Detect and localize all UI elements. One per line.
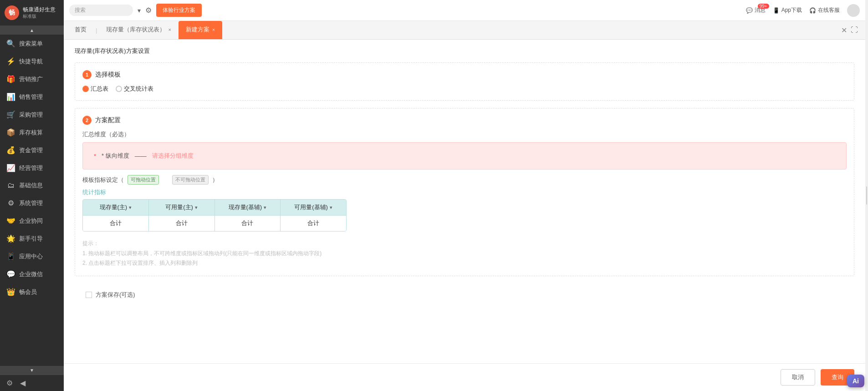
required-mark: *	[94, 153, 96, 159]
sidebar-scroll-down[interactable]: ▼	[0, 366, 64, 375]
stats-table: 现存量(主) ▾ 可用量(主) ▾ 现存量(基辅) ▾ 可用量(基辅)	[82, 199, 347, 232]
sidebar-item-search[interactable]: 🔍 搜索菜单	[0, 35, 64, 52]
stats-col-2-header[interactable]: 可用量(主) ▾	[149, 200, 215, 215]
sidebar-item-basic-info[interactable]: 🗂 基础信息	[0, 177, 64, 194]
new-guide-icon: 🌟	[6, 234, 15, 243]
page-title: 现存量(库存状况表)方案设置	[75, 47, 854, 55]
sidebar-item-app-center[interactable]: 📱 应用中心	[0, 247, 64, 265]
sidebar-item-finance[interactable]: 💰 资金管理	[0, 141, 64, 159]
dimension-box[interactable]: * * 纵向维度 —— 请选择分组维度	[82, 142, 847, 170]
radio-cross-input[interactable]	[116, 86, 122, 92]
sidebar-item-sales[interactable]: 📊 销售管理	[0, 88, 64, 106]
sidebar-item-inventory[interactable]: 📦 库存核算	[0, 123, 64, 141]
sidebar-footer: ⚙ ◀	[0, 375, 64, 391]
stats-col-1-header[interactable]: 现存量(主) ▾	[83, 200, 149, 215]
system-icon: ⚙	[6, 199, 15, 207]
save-label: 方案保存(可选)	[96, 291, 135, 299]
sidebar-nav: 🔍 搜索菜单 ⚡ 快捷导航 🎁 营销推广 📊 销售管理 🛒 采购管理 📦 库存核…	[0, 35, 64, 366]
dim-hint[interactable]: 请选择分组维度	[152, 152, 194, 160]
panel-minimize-button[interactable]: ✕	[841, 26, 847, 35]
tabbar: 首页 | 现存量（库存状况表） × 新建方案 × ✕ ⛶	[64, 21, 865, 40]
sidebar-item-new-guide[interactable]: 🌟 新手引导	[0, 230, 64, 247]
message-icon: 💬	[746, 7, 753, 14]
template-radio-group: 汇总表 交叉统计表	[82, 85, 847, 93]
online-service-button[interactable]: 🎧 在线客服	[809, 6, 840, 14]
stats-cell-1-3: 合计	[215, 216, 281, 231]
sidebar-header: 畅 畅康通好生意 标准版	[0, 0, 64, 26]
stats-col-3-header[interactable]: 现存量(基辅) ▾	[215, 200, 281, 215]
main-area: 搜索 ▾ ⚙ 体验行业方案 💬 消息 99+ 📱 App下载 🎧 在线客服 首	[64, 0, 865, 391]
panel-expand-button[interactable]: ⛶	[851, 26, 858, 35]
inventory-icon: 📦	[6, 128, 15, 137]
resize-handle[interactable]	[865, 0, 868, 391]
save-section: 方案保存(可选)	[75, 283, 854, 306]
vertical-dim-label: * 纵向维度	[102, 152, 129, 160]
topbar: 搜索 ▾ ⚙ 体验行业方案 💬 消息 99+ 📱 App下载 🎧 在线客服	[64, 0, 865, 21]
dim-separator: ——	[135, 153, 147, 159]
sidebar-scroll-up[interactable]: ▲	[0, 26, 64, 35]
sidebar-item-purchase[interactable]: 🛒 采购管理	[0, 106, 64, 123]
stats-cell-1-2: 合计	[149, 216, 215, 231]
operations-icon: 📈	[6, 164, 15, 172]
sidebar-item-quick-nav[interactable]: ⚡ 快捷导航	[0, 52, 64, 70]
tab-new-scheme[interactable]: 新建方案 ×	[179, 21, 222, 39]
app-logo: 畅	[5, 5, 19, 20]
chevron-1-icon: ▾	[129, 205, 132, 211]
topbar-dropdown-icon[interactable]: ▾	[138, 7, 141, 14]
ai-badge[interactable]: Ai	[847, 375, 864, 387]
app-title: 畅康通好生意 标准版	[23, 6, 56, 20]
download-icon: 📱	[773, 7, 780, 14]
sidebar-item-member[interactable]: 👑 畅会员	[0, 283, 64, 301]
sales-icon: 📊	[6, 93, 15, 101]
topbar-gear-icon[interactable]: ⚙	[145, 6, 152, 15]
tab-close-new-scheme[interactable]: ×	[212, 27, 215, 32]
sidebar: 畅 畅康通好生意 标准版 ▲ 🔍 搜索菜单 ⚡ 快捷导航 🎁 营销推广 📊 销售…	[0, 0, 64, 391]
radio-cross[interactable]: 交叉统计表	[116, 85, 153, 93]
sidebar-item-marketing[interactable]: 🎁 营销推广	[0, 70, 64, 88]
enterprise-icon: 🤝	[6, 216, 15, 225]
tip-2: 2. 点击标题栏下拉可设置排序、插入列和删除列	[82, 258, 847, 268]
stats-data-row-1: 合计 合计 合计 合计	[83, 215, 346, 231]
user-avatar[interactable]	[847, 4, 860, 17]
radio-summary-input[interactable]	[82, 86, 89, 92]
radio-summary[interactable]: 汇总表	[82, 85, 108, 93]
quick-nav-icon: ⚡	[6, 57, 15, 66]
message-button[interactable]: 💬 消息 99+	[746, 6, 766, 14]
app-download-button[interactable]: 📱 App下载	[773, 6, 802, 14]
tips-title: 提示：	[82, 239, 847, 249]
page-content: 现存量(库存状况表)方案设置 1 选择模板 汇总表 交叉统计表	[64, 40, 865, 363]
sidebar-item-wechat[interactable]: 💬 企业微信	[0, 265, 64, 283]
topbar-search-box: 搜索	[69, 5, 133, 16]
section2-title: 方案配置	[95, 116, 121, 124]
section1-header: 1 选择模板	[82, 70, 847, 79]
action-bar: 取消 查询	[64, 363, 865, 391]
tab-inventory-status[interactable]: 现存量（库存状况表） ×	[99, 21, 178, 39]
tab-close-inventory[interactable]: ×	[168, 27, 171, 32]
search-icon: 🔍	[6, 39, 15, 48]
marketing-icon: 🎁	[6, 75, 15, 83]
tips-box: 提示： 1. 拖动标题栏可以调整布局，不可跨维度或指标区域拖动列(只能在同一维度…	[82, 239, 847, 268]
stats-header-row: 现存量(主) ▾ 可用量(主) ▾ 现存量(基辅) ▾ 可用量(基辅)	[83, 200, 346, 215]
finance-icon: 💰	[6, 146, 15, 154]
movable-tag: 可拖动位置	[128, 175, 159, 185]
cancel-button[interactable]: 取消	[781, 369, 815, 386]
save-checkbox[interactable]	[86, 292, 92, 298]
section1-number: 1	[82, 70, 92, 79]
sidebar-item-operations[interactable]: 📈 经营管理	[0, 159, 64, 177]
tab-home[interactable]: 首页	[67, 21, 94, 39]
settings-icon[interactable]: ⚙	[6, 379, 13, 387]
app-center-icon: 📱	[6, 252, 15, 261]
topbar-right: 💬 消息 99+ 📱 App下载 🎧 在线客服	[746, 4, 860, 17]
sidebar-item-system[interactable]: ⚙ 系统管理	[0, 194, 64, 212]
headset-icon: 🎧	[809, 7, 816, 14]
wechat-icon: 💬	[6, 270, 15, 278]
sidebar-item-enterprise[interactable]: 🤝 企业协同	[0, 212, 64, 230]
section2-header: 2 方案配置	[82, 116, 847, 125]
chevron-3-icon: ▾	[264, 205, 266, 211]
stats-section-label: 统计指标	[82, 188, 847, 196]
stats-cell-1-4: 合计	[281, 216, 346, 231]
member-icon: 👑	[6, 288, 15, 296]
collapse-icon[interactable]: ◀	[20, 379, 26, 387]
industry-solution-button[interactable]: 体验行业方案	[156, 4, 202, 17]
stats-col-4-header[interactable]: 可用量(基辅) ▾	[281, 200, 346, 215]
